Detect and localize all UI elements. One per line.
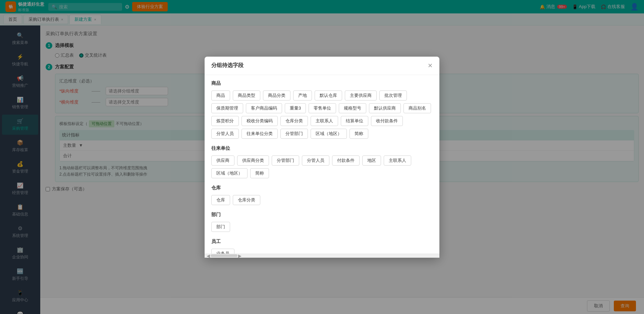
group-title-counterpart: 往来单位	[211, 145, 433, 151]
tag-main-contact2[interactable]: 主联系人	[384, 155, 411, 166]
tag-region-area[interactable]: 区域（地区）	[211, 168, 248, 178]
tag-product-type[interactable]: 商品类型	[233, 90, 260, 101]
modal-dialog: 分组待选字段 ✕ 商品 商品 商品类型 商品分类 产地 默认仓库 主要供应商 批…	[205, 57, 439, 258]
tag-supervisor[interactable]: 分管人员	[211, 129, 239, 139]
tag-payment-terms[interactable]: 收付款条件	[371, 116, 403, 126]
group-title-employee: 员工	[211, 239, 433, 245]
tag-refine-points[interactable]: 炼货积分	[211, 116, 239, 126]
modal-close-btn[interactable]: ✕	[428, 62, 433, 69]
tag-main-contact[interactable]: 主联系人	[311, 116, 338, 126]
modal-body: 商品 商品 商品类型 商品分类 产地 默认仓库 主要供应商 批次管理 保质期管理…	[205, 75, 439, 254]
scroll-thumb[interactable]	[211, 254, 237, 257]
group-title-product: 商品	[211, 80, 433, 86]
tag-default-supplier[interactable]: 默认供应商	[369, 103, 401, 113]
tag-short-name2[interactable]: 简称	[250, 168, 269, 178]
modal-title: 分组待选字段	[211, 62, 244, 69]
tag-supplier-category[interactable]: 供应商分类	[237, 155, 269, 166]
dept-tags: 部门	[211, 222, 433, 232]
modal-header: 分组待选字段 ✕	[205, 57, 439, 75]
tag-retail-unit[interactable]: 零售单位	[309, 103, 336, 113]
tag-default-warehouse[interactable]: 默认仓库	[315, 90, 342, 101]
modal-h-scrollbar[interactable]: ◀ ▶	[205, 254, 439, 258]
tag-weight3[interactable]: 重量3	[285, 103, 306, 113]
warehouse-tags: 仓库 仓库分类	[211, 195, 433, 205]
tag-product-category[interactable]: 商品分类	[263, 90, 290, 101]
counterpart-tags: 供应商 供应商分类 分管部门 分管人员 付款条件 地区 主联系人 区域（地区） …	[211, 155, 433, 178]
tag-origin[interactable]: 产地	[293, 90, 312, 101]
tag-payment-condition[interactable]: 付款条件	[332, 155, 360, 166]
tag-dept[interactable]: 分管部门	[280, 129, 308, 139]
tag-dept2[interactable]: 分管部门	[272, 155, 299, 166]
tag-shelf-life[interactable]: 保质期管理	[211, 103, 243, 113]
scroll-right-arrow[interactable]: ▶	[237, 253, 242, 258]
tag-tax-code[interactable]: 税收分类编码	[241, 116, 278, 126]
tag-department[interactable]: 部门	[211, 222, 230, 232]
field-group-dept: 部门 部门	[211, 212, 433, 232]
tag-product-alias[interactable]: 商品别名	[404, 103, 431, 113]
tag-warehouse-category2[interactable]: 仓库分类	[233, 195, 260, 205]
tag-product[interactable]: 商品	[211, 90, 230, 101]
tag-spec-model[interactable]: 规格型号	[339, 103, 366, 113]
tag-main-supplier[interactable]: 主要供应商	[345, 90, 377, 101]
field-group-employee: 员工 业务员	[211, 239, 433, 254]
product-tags: 商品 商品类型 商品分类 产地 默认仓库 主要供应商 批次管理 保质期管理 客户…	[211, 90, 433, 139]
modal-overlay[interactable]: 分组待选字段 ✕ 商品 商品 商品类型 商品分类 产地 默认仓库 主要供应商 批…	[0, 0, 644, 314]
field-group-product: 商品 商品 商品类型 商品分类 产地 默认仓库 主要供应商 批次管理 保质期管理…	[211, 80, 433, 139]
tag-salesperson[interactable]: 业务员	[211, 249, 234, 254]
tag-customer-code[interactable]: 客户商品编码	[246, 103, 282, 113]
tag-region2[interactable]: 地区	[362, 155, 381, 166]
employee-tags: 业务员	[211, 249, 433, 254]
field-group-counterpart: 往来单位 供应商 供应商分类 分管部门 分管人员 付款条件 地区 主联系人 区域…	[211, 145, 433, 178]
group-title-warehouse: 仓库	[211, 185, 433, 191]
tag-batch-mgmt[interactable]: 批次管理	[379, 90, 407, 101]
tag-short-name[interactable]: 简称	[350, 129, 368, 139]
tag-warehouse-category[interactable]: 仓库分类	[280, 116, 308, 126]
tag-settlement-unit[interactable]: 结算单位	[341, 116, 368, 126]
group-title-dept: 部门	[211, 212, 433, 218]
field-group-warehouse: 仓库 仓库 仓库分类	[211, 185, 433, 205]
tag-region[interactable]: 区域（地区）	[311, 129, 347, 139]
tag-counterpart-category[interactable]: 往来单位分类	[241, 129, 278, 139]
tag-supervisor2[interactable]: 分管人员	[302, 155, 329, 166]
tag-supplier[interactable]: 供应商	[211, 155, 234, 166]
tag-warehouse[interactable]: 仓库	[211, 195, 230, 205]
scroll-left-arrow[interactable]: ◀	[206, 253, 211, 258]
